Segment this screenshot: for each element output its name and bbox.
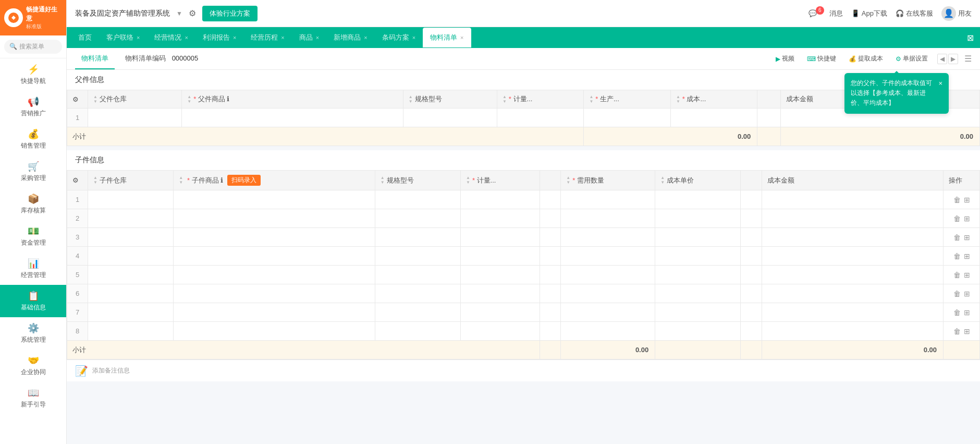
parent-col-settings[interactable]: ⚙: [67, 90, 88, 109]
child-col-goods: ▲▼ * 子件商品 ℹ 扫码录入: [174, 171, 375, 190]
parent-table-row: 1: [67, 109, 980, 127]
sidebar-item-operations[interactable]: 📊 经营管理: [0, 253, 66, 285]
shortcut-button[interactable]: ⌨ 快捷键: [804, 52, 839, 65]
scan-input-button[interactable]: 扫码录入: [227, 175, 261, 186]
delete-icon-4[interactable]: 🗑: [953, 252, 961, 260]
copy-icon-3[interactable]: ⊞: [964, 233, 970, 242]
single-settings-button[interactable]: ⚙ 单据设置: [892, 52, 931, 65]
add-notes-text[interactable]: 添加备注信息: [92, 366, 130, 375]
copy-icon-7[interactable]: ⊞: [964, 308, 970, 317]
close-profit-tab[interactable]: ×: [233, 34, 236, 41]
main-content: 装备及固定资产辅助管理系统 ▼ ⚙ 体验行业方案 💬 6 消息 📱 App下载 …: [67, 0, 980, 444]
child-spec-2[interactable]: [375, 209, 460, 228]
parent-warehouse-1[interactable]: [88, 109, 182, 127]
delete-icon-6[interactable]: 🗑: [953, 290, 961, 298]
nav-prev-button[interactable]: ◀: [937, 54, 947, 64]
user-action[interactable]: 👤 用友: [941, 6, 972, 21]
sidebar-search[interactable]: 🔍 搜索菜单: [0, 35, 66, 58]
child-unitcost-1[interactable]: [655, 190, 741, 209]
copy-icon-2[interactable]: ⊞: [964, 214, 970, 223]
nav-next-button[interactable]: ▶: [948, 54, 958, 64]
child-warehouse-1[interactable]: [88, 190, 174, 209]
delete-icon-8[interactable]: 🗑: [953, 327, 961, 335]
child-qty-2[interactable]: [561, 209, 655, 228]
system-title-dropdown[interactable]: ▼: [176, 10, 182, 17]
child-col-empty2: [741, 171, 762, 190]
child-table-row: 8 🗑⊞: [67, 322, 980, 341]
tab-customer[interactable]: 客户联络 ×: [99, 28, 147, 47]
parent-goods-1[interactable]: [182, 109, 403, 127]
delete-icon-5[interactable]: 🗑: [953, 271, 961, 279]
sub-tab-list[interactable]: 物料清单: [75, 49, 115, 69]
close-operations-tab[interactable]: ×: [185, 34, 188, 41]
sidebar-item-purchase[interactable]: 🛒 采购管理: [0, 155, 66, 188]
close-customer-tab[interactable]: ×: [137, 34, 140, 41]
sub-tab-detail[interactable]: 物料清单编码 0000005: [119, 49, 204, 69]
tab-home[interactable]: 首页: [71, 28, 99, 47]
parent-cost-1[interactable]: [670, 109, 757, 127]
child-goods-2[interactable]: [174, 209, 375, 228]
copy-icon-8[interactable]: ⊞: [964, 327, 970, 335]
sidebar-item-finance[interactable]: 💵 资金管理: [0, 220, 66, 253]
sidebar-item-inventory[interactable]: 📦 库存核算: [0, 188, 66, 220]
child-unit-2[interactable]: [461, 209, 540, 228]
tooltip-close-button[interactable]: ×: [938, 78, 942, 89]
sidebar-item-system[interactable]: ⚙️ 系统管理: [0, 317, 66, 350]
child-goods-1[interactable]: [174, 190, 375, 209]
sidebar-item-basic-info[interactable]: 📋 基础信息: [0, 285, 66, 317]
extract-cost-button[interactable]: 💰 提取成本: [846, 52, 886, 65]
tab-profit[interactable]: 利润报告 ×: [195, 28, 243, 47]
sidebar-item-guide[interactable]: 📖 新手引导: [0, 382, 66, 414]
copy-icon-6[interactable]: ⊞: [964, 290, 970, 298]
view-video-button[interactable]: ▶ 视频: [773, 52, 798, 65]
delete-icon-7[interactable]: 🗑: [953, 308, 961, 317]
settings-icon[interactable]: ⚙: [189, 8, 196, 18]
tab-operations[interactable]: 经营情况 ×: [147, 28, 195, 47]
parent-extra-1[interactable]: [757, 109, 781, 127]
trial-button[interactable]: 体验行业方案: [202, 6, 258, 21]
sidebar-item-collab[interactable]: 🤝 企业协同: [0, 350, 66, 382]
tab-goods[interactable]: 商品 ×: [292, 28, 326, 47]
parent-unit-1[interactable]: [497, 109, 583, 127]
delete-icon-2[interactable]: 🗑: [953, 214, 961, 223]
close-new-goods-tab[interactable]: ×: [364, 34, 367, 41]
app-download-action[interactable]: 📱 App下载: [851, 9, 887, 18]
parent-spec-1[interactable]: [403, 109, 497, 127]
close-history-tab[interactable]: ×: [281, 34, 284, 41]
child-unit-1[interactable]: [461, 190, 540, 209]
child-col-warehouse: ▲▼ 子件仓库: [88, 171, 174, 190]
parent-col-warehouse: ▲▼ 父件仓库: [88, 90, 182, 109]
close-all-tabs[interactable]: ⊠: [965, 31, 976, 45]
child-spec-1[interactable]: [375, 190, 460, 209]
child-col-qty: ▲▼ * 需用数量: [561, 171, 655, 190]
sidebar-item-quick-nav[interactable]: ⚡ 快捷导航: [0, 58, 66, 91]
parent-produce-1[interactable]: [584, 109, 670, 127]
child-amount-2[interactable]: [762, 209, 943, 228]
online-service-action[interactable]: 🎧 在线客服: [896, 9, 933, 18]
message-action[interactable]: 💬 6 消息: [808, 9, 843, 18]
child-warehouse-2[interactable]: [88, 209, 174, 228]
close-goods-tab[interactable]: ×: [316, 34, 319, 41]
tab-new-goods[interactable]: 新增商品 ×: [326, 28, 374, 47]
sidebar-item-marketing[interactable]: 📢 营销推广: [0, 91, 66, 123]
child-col-settings[interactable]: ⚙: [67, 171, 88, 190]
child-row-3: 3: [67, 228, 88, 247]
tab-barcode[interactable]: 条码方案 ×: [375, 28, 423, 47]
child-unitcost-2[interactable]: [655, 209, 741, 228]
copy-icon-1[interactable]: ⊞: [964, 196, 970, 204]
close-barcode-tab[interactable]: ×: [412, 34, 415, 41]
delete-icon-1[interactable]: 🗑: [953, 196, 961, 204]
tab-bom[interactable]: 物料清单 ×: [423, 28, 471, 47]
child-qty-1[interactable]: [561, 190, 655, 209]
menu-icon[interactable]: ☰: [964, 54, 972, 64]
tab-history[interactable]: 经营历程 ×: [243, 28, 291, 47]
delete-icon-3[interactable]: 🗑: [953, 233, 961, 242]
close-bom-tab[interactable]: ×: [460, 34, 463, 41]
child-amount-1[interactable]: [762, 190, 943, 209]
copy-icon-4[interactable]: ⊞: [964, 252, 970, 260]
sidebar-item-sales[interactable]: 💰 销售管理: [0, 123, 66, 155]
search-menu-button[interactable]: 🔍 搜索菜单: [4, 40, 62, 54]
copy-icon-5[interactable]: ⊞: [964, 271, 970, 279]
parent-row-num-1: 1: [67, 109, 88, 127]
child-row-7: 7: [67, 303, 88, 322]
